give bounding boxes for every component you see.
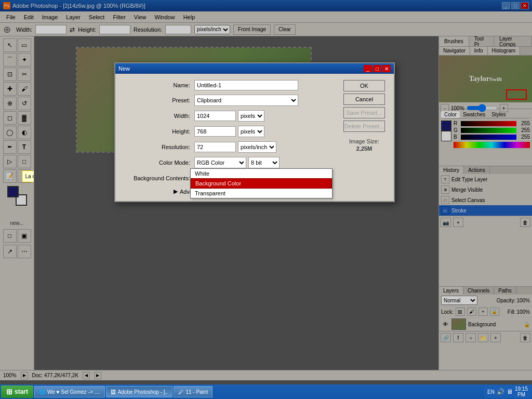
height-dlg-label: Height: (122, 128, 194, 135)
bgcontents-label: Background Contents: (122, 175, 194, 181)
name-input[interactable] (194, 80, 298, 90)
volume-icon: 🔊 (497, 388, 504, 395)
resolution-row: Resolution: pixels/inch (122, 141, 335, 153)
dialog-close-button[interactable]: ✕ (382, 65, 391, 72)
image-size-section: Image Size: 2,25M (349, 138, 379, 152)
resolution-unit-dlg-select[interactable]: pixels/inch (238, 141, 276, 153)
resolution-dlg-label: Resolution: (122, 144, 194, 150)
taskbar-item-2[interactable]: 🖊 11 - Paint (174, 386, 212, 397)
taskbar-right: EN 🔊 🖥 19:15 PM (484, 385, 531, 398)
height-row: Height: pixels (122, 126, 335, 137)
colormode-select[interactable]: RGB Color (194, 157, 246, 168)
start-button[interactable]: ⊞ start (1, 385, 33, 398)
dialog-title-text: New (118, 65, 130, 72)
cancel-button[interactable]: Cancel (343, 94, 385, 105)
bg-contents-dropdown[interactable]: White Background Color Transparent (190, 168, 332, 198)
sys-tray: EN 🔊 🖥 19:15 PM (484, 385, 531, 398)
height-unit-select[interactable]: pixels (238, 126, 264, 137)
width-unit-select[interactable]: pixels (238, 110, 264, 122)
width-dlg-input[interactable] (194, 111, 236, 121)
dialog-minimize-button[interactable]: _ (364, 65, 372, 72)
image-size-value: 2,25M (349, 145, 379, 152)
taskbar: ⊞ start 🌐 We ♥ Sel Gomez -> .... 🖼 Adobe… (0, 384, 532, 399)
dropdown-item-white[interactable]: White (191, 169, 332, 178)
colormode-bit-select[interactable]: 8 bit (248, 157, 280, 168)
advanced-toggle-icon: ▶ (174, 188, 178, 195)
tooltip: La culoare sa fie selectat un albastru i… (22, 170, 35, 182)
name-label: Name: (122, 82, 194, 88)
preset-select[interactable]: Clipboard (194, 95, 298, 106)
preset-row: Preset: Clipboard (122, 95, 335, 106)
network-icon: 🖥 (507, 388, 513, 395)
save-preset-button[interactable]: Save Preset... (343, 107, 385, 118)
taskbar-item-1[interactable]: 🖼 Adobe Photoshop - [.. (106, 386, 173, 397)
name-row: Name: (122, 80, 335, 90)
resolution-dlg-input[interactable] (194, 142, 236, 152)
ok-button[interactable]: OK (343, 80, 385, 91)
dialog-maximize-button[interactable]: □ (373, 65, 381, 72)
dropdown-item-transparent[interactable]: Transparent (191, 189, 332, 198)
image-size-label: Image Size: (349, 138, 379, 144)
dialog-overlay: New _ □ ✕ Name: (0, 0, 532, 384)
colormode-row: Color Mode: RGB Color 8 bit (122, 157, 335, 168)
language-indicator: EN (487, 389, 495, 395)
dialog-title-bar: New _ □ ✕ (115, 63, 394, 74)
preset-label: Preset: (122, 97, 194, 103)
dropdown-item-backgroundcolor[interactable]: Background Color (191, 178, 332, 189)
height-dlg-input[interactable] (194, 126, 236, 137)
width-row: Width: pixels (122, 110, 335, 122)
colormode-label: Color Mode: (122, 159, 194, 166)
width-dlg-label: Width: (122, 113, 194, 119)
time-display: 19:15 PM (515, 386, 528, 397)
delete-preset-button[interactable]: Delete Preset... (343, 121, 385, 132)
taskbar-item-0[interactable]: 🌐 We ♥ Sel Gomez -> .... (34, 386, 105, 397)
